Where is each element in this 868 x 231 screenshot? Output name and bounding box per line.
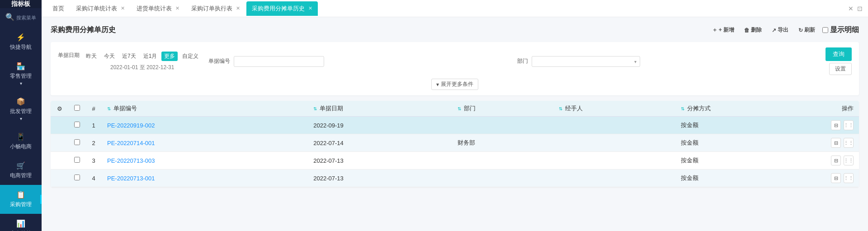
td-checkbox-4	[69, 170, 85, 187]
td-handler-2	[553, 134, 675, 152]
table-row: 4 PE-20220713-001 2022-07-13 按金额 ⊟ ⋮⋮	[51, 170, 859, 187]
dept-input[interactable]	[532, 56, 640, 67]
maximize-icon[interactable]: ⊡	[857, 5, 863, 12]
sidebar-item-wholesale[interactable]: 📦 批发管理 ▾	[0, 92, 42, 127]
sidebar-item-search[interactable]: 🔍 搜索菜单	[0, 8, 42, 28]
query-button[interactable]: 查询	[826, 47, 852, 61]
tab-purchase-order-stats-label: 采购订单统计表	[76, 5, 117, 13]
tab-incoming-stats[interactable]: 进货单统计表 ✕	[131, 1, 185, 16]
view-btn-3[interactable]: ⊟	[831, 156, 841, 165]
td-actions-4: ⊟ ⋮⋮	[818, 170, 859, 187]
td-settings-1	[51, 117, 69, 134]
sort-icon-split: ⇅	[681, 106, 684, 111]
td-dept-2: 财务部	[452, 134, 553, 152]
date-btn-today[interactable]: 今天	[101, 52, 118, 61]
sidebar-item-ecom-label: 电商管理	[4, 172, 38, 179]
view-btn-2[interactable]: ⊟	[831, 138, 841, 148]
th-date[interactable]: ⇅ 单据日期	[308, 101, 452, 117]
sidebar-item-ecom[interactable]: 🛒 电商管理	[0, 156, 42, 185]
sidebar-item-shortcut[interactable]: ⚡ 快捷导航	[0, 28, 42, 57]
row-checkbox-2[interactable]	[74, 139, 80, 145]
order-no-link-3[interactable]: PE-20220713-003	[107, 157, 155, 164]
row-checkbox-4[interactable]	[74, 174, 80, 180]
sidebar-item-search-label: 搜索菜单	[16, 14, 36, 21]
filter-date-range: 2022-01-01 至 2022-12-31	[110, 64, 174, 71]
th-actions: 操作	[818, 101, 859, 117]
tab-purchase-cost-history-close[interactable]: ✕	[308, 5, 312, 11]
sidebar-item-retail[interactable]: 🏪 零售管理 ▾	[0, 57, 42, 92]
td-handler-4	[553, 170, 675, 187]
settings-button[interactable]: 设置	[829, 63, 852, 75]
tab-purchase-cost-history[interactable]: 采购费用分摊单历史 ✕	[246, 1, 318, 16]
sidebar-item-purchase[interactable]: 📋 采购管理	[0, 185, 42, 214]
tab-purchase-order-stats[interactable]: 采购订单统计表 ✕	[71, 1, 130, 16]
th-dept-label: 部门	[464, 105, 476, 112]
date-btn-yesterday[interactable]: 昨天	[83, 52, 99, 61]
sidebar-item-mini[interactable]: 📱 小畅电商	[0, 127, 42, 156]
th-dept[interactable]: ⇅ 部门	[452, 101, 553, 117]
td-split-method-3: 按金额	[675, 152, 818, 170]
td-checkbox-1	[69, 117, 85, 134]
date-btn-1month[interactable]: 近1月	[141, 52, 160, 61]
export-icon: ↗	[772, 27, 776, 33]
order-number-input[interactable]	[234, 56, 324, 67]
show-columns-checkbox[interactable]	[822, 27, 828, 33]
table-row: 2 PE-20220714-001 2022-07-14 财务部 按金额 ⊟ ⋮…	[51, 134, 859, 152]
export-button[interactable]: ↗ 导出	[769, 24, 791, 36]
tab-purchase-order-stats-close[interactable]: ✕	[121, 5, 125, 11]
th-order-no[interactable]: ⇅ 单据编号	[102, 101, 308, 117]
main-content: 首页 采购订单统计表 ✕ 进货单统计表 ✕ 采购订单执行表 ✕ 采购费用分摊单历…	[42, 0, 868, 231]
row-checkbox-1[interactable]	[74, 122, 80, 127]
sort-icon-dept: ⇅	[458, 106, 461, 111]
filter-row: 单据日期 昨天 今天 近7天 近1月 更多 自定义 2022-01-01 至 2…	[58, 47, 852, 75]
sidebar-item-retail-label: 零售管理	[4, 72, 38, 80]
filter-bar: 单据日期 昨天 今天 近7天 近1月 更多 自定义 2022-01-01 至 2…	[51, 42, 859, 95]
td-settings-2	[51, 134, 69, 152]
date-btn-7days[interactable]: 近7天	[119, 52, 139, 61]
more-btn-1[interactable]: ⋮⋮	[844, 120, 854, 130]
td-num-1: 1	[85, 117, 102, 134]
view-btn-1[interactable]: ⊟	[831, 120, 841, 130]
td-handler-1	[553, 117, 675, 134]
order-no-link-1[interactable]: PE-20220919-002	[107, 122, 155, 129]
tab-purchase-order-exec[interactable]: 采购订单执行表 ✕	[186, 1, 245, 16]
td-order-no-4: PE-20220713-001	[102, 170, 308, 187]
more-btn-2[interactable]: ⋮⋮	[844, 138, 854, 148]
order-no-link-2[interactable]: PE-20220714-001	[107, 140, 155, 146]
th-handler[interactable]: ⇅ 经手人	[553, 101, 675, 117]
td-settings-4	[51, 170, 69, 187]
td-num-2: 2	[85, 134, 102, 152]
shortcut-icon: ⚡	[4, 33, 38, 42]
th-settings[interactable]: ⚙	[51, 101, 69, 117]
select-all-checkbox[interactable]	[74, 105, 80, 111]
search-icon: 🔍	[5, 13, 14, 21]
date-btn-more[interactable]: 更多	[161, 52, 178, 61]
table-header-row: ⚙ # ⇅ 单据编号 ⇅ 单据日期	[51, 101, 859, 117]
row-checkbox-3[interactable]	[74, 157, 80, 163]
view-btn-4[interactable]: ⊟	[831, 173, 841, 183]
data-table: ⚙ # ⇅ 单据编号 ⇅ 单据日期	[51, 101, 859, 187]
td-settings-3	[51, 152, 69, 170]
delete-button[interactable]: 🗑 删除	[741, 24, 764, 36]
close-window-icon[interactable]: ✕	[848, 5, 854, 12]
filter-expand-row: ▾ 展开更多条件	[58, 79, 852, 90]
th-date-label: 单据日期	[320, 105, 343, 112]
sidebar-item-inventory[interactable]: 📊 库存核算	[0, 214, 42, 231]
add-button[interactable]: ＋ + 新增	[709, 24, 737, 36]
tab-incoming-stats-close[interactable]: ✕	[175, 5, 179, 11]
expand-conditions-button[interactable]: ▾ 展开更多条件	[431, 79, 478, 90]
tab-home[interactable]: 首页	[47, 1, 70, 16]
more-btn-3[interactable]: ⋮⋮	[844, 156, 854, 165]
refresh-button[interactable]: ↻ 刷新	[796, 24, 818, 36]
date-btn-custom[interactable]: 自定义	[179, 52, 201, 61]
dept-select-wrapper: ▾	[532, 56, 640, 67]
more-btn-4[interactable]: ⋮⋮	[844, 173, 854, 183]
order-number-filter-group: 单据编号	[208, 56, 509, 67]
th-split-method[interactable]: ⇅ 分摊方式	[675, 101, 818, 117]
date-filter-group: 单据日期 昨天 今天 近7天 近1月 更多 自定义 2022-01-01 至 2…	[58, 52, 201, 71]
tab-purchase-order-exec-close[interactable]: ✕	[236, 5, 240, 11]
order-no-link-4[interactable]: PE-20220713-001	[107, 175, 155, 182]
th-num: #	[85, 101, 102, 117]
refresh-label: 刷新	[804, 26, 815, 34]
sidebar-item-mini-label: 小畅电商	[4, 143, 38, 151]
